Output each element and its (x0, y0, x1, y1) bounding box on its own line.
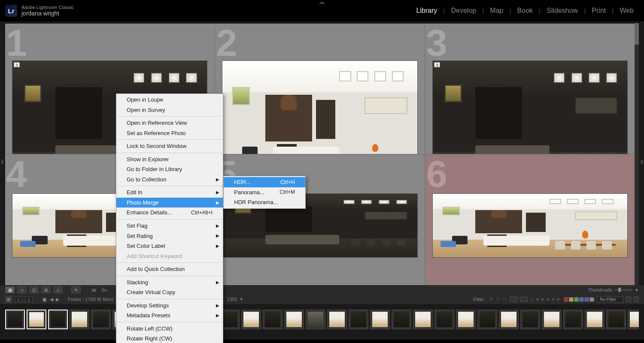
filmstrip-thumbnail[interactable] (70, 310, 89, 329)
color-filter-swatch[interactable] (589, 297, 594, 302)
panel-collapse-left-icon[interactable] (1, 159, 4, 165)
filmstrip-thumbnail[interactable] (520, 310, 540, 329)
menu-item[interactable]: Rotate Left (CCW) (116, 324, 223, 334)
filmstrip-thumbnail[interactable] (27, 310, 46, 329)
filmstrip-thumbnail[interactable] (434, 310, 454, 329)
loupe-view-icon[interactable]: ▭ (17, 286, 27, 293)
filmstrip[interactable] (5, 310, 639, 331)
filmstrip-thumbnail[interactable] (499, 310, 519, 329)
flag-rejected-icon[interactable]: ⚐ (503, 297, 507, 302)
secondary-display-icon[interactable]: ⊞ (5, 296, 12, 303)
filmstrip-thumbnail[interactable] (91, 310, 111, 329)
color-filter-swatch[interactable] (584, 297, 589, 302)
panel-collapse-top-icon[interactable] (319, 1, 325, 4)
painter-icon[interactable]: ✎ (71, 286, 81, 293)
filmstrip-thumbnail[interactable] (370, 310, 390, 329)
filter-switch-2[interactable] (520, 297, 528, 302)
filter-options-icon[interactable] (634, 297, 639, 302)
menu-item[interactable]: Set as Reference Photo (116, 128, 223, 138)
stack-badge[interactable]: 3 (14, 62, 20, 67)
survey-view-icon[interactable]: ⊞ (41, 286, 51, 293)
filmstrip-thumbnail[interactable] (606, 310, 626, 329)
menu-item[interactable]: Set Color Label▶ (116, 241, 223, 251)
menu-item[interactable]: Go to Collection▶ (116, 175, 223, 185)
menu-item[interactable]: Open in Survey (116, 105, 223, 115)
grid-scrollbar-thumb[interactable] (635, 23, 639, 45)
filmstrip-thumbnail[interactable] (306, 310, 325, 329)
main-window-button[interactable]: 1 (15, 296, 22, 302)
grid-cell[interactable]: 3 3 (425, 24, 635, 154)
filmstrip-thumbnail[interactable] (542, 310, 562, 329)
flag-unflagged-icon[interactable]: ⚐ (496, 297, 500, 302)
color-label-filter[interactable] (564, 297, 594, 302)
filmstrip-thumbnail[interactable] (477, 310, 497, 329)
grid-thumbnail[interactable]: 3 (432, 60, 628, 154)
menu-item[interactable]: Metadata Presets▶ (116, 310, 223, 321)
module-develop[interactable]: Develop (446, 5, 481, 16)
grid-thumbnail[interactable] (432, 193, 628, 258)
sort-direction-icon[interactable]: az (89, 286, 99, 293)
panel-collapse-right-icon[interactable] (640, 159, 643, 165)
menu-item[interactable]: Show in Explorer (116, 154, 223, 165)
menu-item[interactable]: Set Flag▶ (116, 221, 223, 231)
menu-item[interactable]: Rotate Right (CW) (116, 334, 223, 343)
submenu-item[interactable]: Panorama...Ctrl+M (224, 187, 305, 198)
submenu-item[interactable]: HDR Panorama... (224, 197, 305, 208)
filter-lock-icon[interactable] (626, 297, 631, 302)
toolbar-chevron-icon[interactable]: ▼ (635, 288, 639, 292)
filmstrip-thumbnail[interactable] (628, 310, 639, 329)
grid-scrollbar[interactable] (635, 23, 639, 285)
filmstrip-thumbnail[interactable] (349, 310, 368, 329)
menu-item[interactable]: Develop Settings▶ (116, 301, 223, 311)
menu-item[interactable]: Photo Merge▶ (116, 198, 223, 208)
module-print[interactable]: Print (586, 5, 611, 16)
submenu-item[interactable]: HDR...Ctrl+H (224, 177, 305, 187)
breadcrumb-path[interactable]: Folder : 1769 W Mors (68, 297, 113, 302)
filmstrip-thumbnail[interactable] (48, 310, 68, 329)
grid-view-icon[interactable]: ▦ (5, 286, 15, 293)
second-window-button[interactable]: 2 (25, 296, 33, 302)
menu-item[interactable]: Open in Loupe (116, 95, 223, 105)
filmstrip-thumbnail[interactable] (5, 310, 25, 329)
filmstrip-thumbnail[interactable] (563, 310, 583, 329)
module-slideshow[interactable]: Slideshow (541, 5, 583, 16)
nav-back-icon[interactable]: ◀ (50, 297, 53, 302)
file-ext-chevron-icon[interactable]: ▼ (240, 297, 243, 301)
stack-badge[interactable]: 3 (434, 62, 440, 67)
filmstrip-thumbnail[interactable] (284, 310, 304, 329)
filmstrip-thumbnail[interactable] (585, 310, 605, 329)
rating-filter[interactable]: ★★★★★ (535, 297, 561, 302)
menu-item[interactable]: Open in Reference View (116, 118, 223, 128)
filmstrip-thumbnail[interactable] (456, 310, 476, 329)
menu-item[interactable]: Set Rating▶ (116, 231, 223, 241)
menu-item[interactable]: Stacking▶ (116, 277, 223, 288)
module-web[interactable]: Web (614, 5, 639, 16)
grid-cell[interactable]: 5 3 (215, 155, 424, 285)
menu-item[interactable]: Add to Quick Collection (116, 264, 223, 274)
grid-cell[interactable]: 6 (425, 155, 635, 285)
filmstrip-thumbnail[interactable] (413, 310, 433, 329)
color-filter-swatch[interactable] (564, 297, 568, 302)
filter-preset-dropdown[interactable]: No Filter (597, 296, 623, 303)
filmstrip-thumbnail[interactable] (327, 310, 347, 329)
module-map[interactable]: Map (485, 5, 508, 16)
menu-item[interactable]: Create Virtual Copy (116, 287, 223, 298)
color-filter-swatch[interactable] (579, 297, 584, 302)
grid-cell[interactable]: 2 ⊞ ⤢ (215, 24, 424, 154)
thumbnail-size-slider[interactable] (615, 289, 632, 291)
menu-item[interactable]: Edit In▶ (116, 187, 223, 198)
filmstrip-thumbnail[interactable] (241, 310, 261, 329)
filter-switch-1[interactable] (510, 297, 517, 302)
flag-picked-icon[interactable]: ⚐ (489, 297, 493, 302)
menu-item[interactable]: Lock to Second Window (116, 141, 223, 151)
nav-fwd-icon[interactable]: ▶ (56, 297, 59, 302)
people-view-icon[interactable]: ☺ (53, 286, 63, 293)
filmstrip-thumbnail[interactable] (263, 310, 283, 329)
filmstrip-thumbnail[interactable] (392, 310, 411, 329)
color-filter-swatch[interactable] (569, 297, 574, 302)
compare-view-icon[interactable]: ◫ (29, 286, 39, 293)
color-filter-swatch[interactable] (574, 297, 579, 302)
grid-thumbnail[interactable]: ⊞ ⤢ (222, 60, 417, 154)
grid-small-icon[interactable]: ▦ (41, 296, 47, 303)
menu-item[interactable]: Go to Folder in Library (116, 164, 223, 175)
